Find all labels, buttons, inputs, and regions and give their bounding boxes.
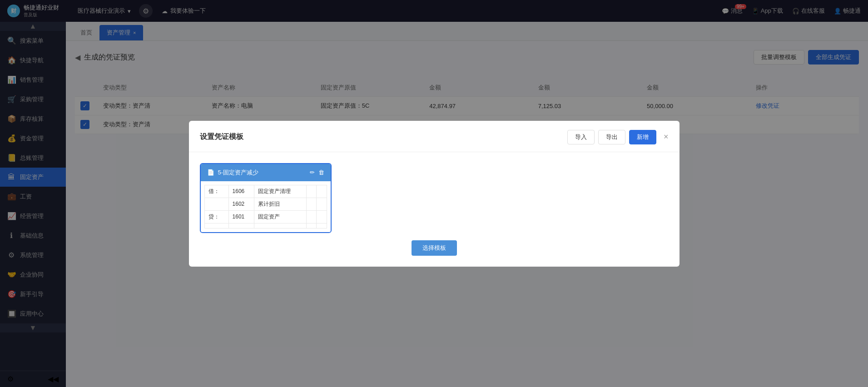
entry1-side: 借： [204,185,228,198]
template-card-body: 借： 1606 固定资产清理 1602 累计折旧 [201,181,331,232]
modal-body: 📄 5-固定资产减少 ✏ 🗑 借： 1606 [189,152,680,267]
entry1-credit [317,185,327,198]
template-entry-row: 1602 累计折旧 [204,198,327,210]
template-card[interactable]: 📄 5-固定资产减少 ✏ 🗑 借： 1606 [200,163,332,233]
select-template-button[interactable]: 选择模板 [412,240,457,256]
modal-header: 设置凭证模板 导入 导出 新增 × [189,121,680,152]
entry4-code [228,223,254,228]
entry2-side [204,198,228,210]
template-entry-row [204,223,327,228]
entry2-debit [307,198,317,210]
template-card-header-left: 📄 5-固定资产减少 [207,169,259,177]
modal-title: 设置凭证模板 [200,132,243,142]
template-card-actions: ✏ 🗑 [310,169,324,176]
entry4-credit [317,223,327,228]
import-button[interactable]: 导入 [567,130,595,144]
modal-overlay[interactable]: 设置凭证模板 导入 导出 新增 × 📄 5-固定资产减少 [0,0,868,387]
template-edit-icon[interactable]: ✏ [310,169,315,176]
template-entry-row: 借： 1606 固定资产清理 [204,185,327,198]
add-new-button[interactable]: 新增 [629,130,656,144]
entry4-debit [307,223,317,228]
template-card-header: 📄 5-固定资产减少 ✏ 🗑 [201,164,331,181]
template-doc-icon: 📄 [207,169,214,176]
entry2-name: 累计折旧 [254,198,307,210]
entry3-debit [307,210,317,223]
entry1-code: 1606 [228,185,254,198]
modal-header-actions: 导入 导出 新增 × [567,130,669,144]
entry3-credit [317,210,327,223]
entry2-credit [317,198,327,210]
export-button[interactable]: 导出 [598,130,625,144]
template-entry-row: 贷： 1601 固定资产 [204,210,327,223]
entry1-debit [307,185,317,198]
modal-close-icon[interactable]: × [664,132,669,142]
template-number-name: 5-固定资产减少 [218,169,259,177]
entry2-code: 1602 [228,198,254,210]
entry3-name: 固定资产 [254,210,307,223]
entry3-code: 1601 [228,210,254,223]
entry1-name: 固定资产清理 [254,185,307,198]
template-delete-icon[interactable]: 🗑 [318,169,324,176]
entry3-side: 贷： [204,210,228,223]
entry4-side [204,223,228,228]
template-entries-table: 借： 1606 固定资产清理 1602 累计折旧 [204,185,327,228]
set-voucher-template-modal: 设置凭证模板 导入 导出 新增 × 📄 5-固定资产减少 [189,121,680,267]
entry4-name [254,223,307,228]
